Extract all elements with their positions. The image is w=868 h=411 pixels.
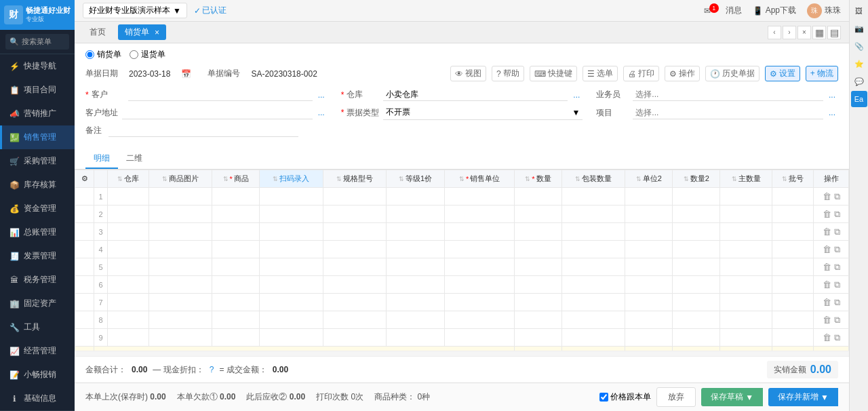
remark-input[interactable] [108,124,298,137]
select-order-button[interactable]: ☰ 选单 [583,66,618,81]
sidebar-item-tax[interactable]: 🏛 税务管理 [0,268,75,292]
col-qty2[interactable]: ⇅数量2 [673,170,720,188]
cell-product[interactable] [212,206,260,223]
col-main-qty[interactable]: ⇅主数量 [720,170,772,188]
col-scan-input[interactable]: ⇅扫码录入 [260,170,323,188]
tab-detail[interactable]: 明细 [85,149,118,169]
copy-row-btn[interactable]: ⧉ [834,262,840,273]
delete-row-btn[interactable]: 🗑 [823,227,831,237]
copy-row-btn[interactable]: ⧉ [834,297,840,308]
right-tool-image[interactable]: 🖼 [851,3,867,19]
col-product-img[interactable]: ⇅商品图片 [149,170,212,188]
copy-row-btn[interactable]: ⧉ [834,191,840,202]
col-unit2[interactable]: ⇅单位2 [625,170,673,188]
history-button[interactable]: 🕐 历史单据 [705,66,760,81]
print-button[interactable]: 🖨 打印 [623,66,659,81]
view-button[interactable]: 👁 视图 [450,66,486,81]
tab-close-icon[interactable]: × [155,28,159,37]
copy-row-btn[interactable]: ⧉ [834,315,840,326]
right-tool-comment[interactable]: 💬 [851,73,867,90]
cell-scan[interactable] [260,206,323,223]
cell-sales-unit[interactable] [445,188,515,206]
sort-icon[interactable]: ⇅ [223,176,229,182]
abandon-button[interactable]: 放弃 [656,387,696,407]
col-sales-unit[interactable]: ⇅*销售单位 [445,170,515,188]
settings-icon[interactable]: ⚙ [81,174,88,182]
sidebar-item-tools[interactable]: 🔧 工具 [0,315,75,339]
sort-icon[interactable]: ⇅ [273,176,278,182]
cell-qty[interactable] [514,188,561,206]
sidebar-item-marketing[interactable]: 📣 营销推广 [0,102,75,125]
col-pack-qty[interactable]: ⇅包装数量 [562,170,625,188]
delete-row-btn[interactable]: 🗑 [823,315,831,326]
sort-icon[interactable]: ⇅ [782,176,787,182]
sort-icon[interactable]: ⇅ [525,176,530,182]
sidebar-item-inventory[interactable]: 📦 库存核算 [0,173,75,197]
save-draft-button[interactable]: 保存草稿 ▼ [701,388,763,406]
sidebar-item-project[interactable]: 📋 项目合同 [0,78,75,102]
sidebar-item-invoice[interactable]: 🧾 发票管理 [0,244,75,268]
cell-product-img[interactable] [149,188,212,206]
cell-qty2[interactable] [673,206,720,223]
cell-main-qty[interactable] [720,188,772,206]
delete-row-btn[interactable]: 🗑 [823,332,831,343]
col-batch[interactable]: ⇅批号 [772,170,814,188]
address-input[interactable] [122,106,313,119]
cell-batch[interactable] [772,188,814,206]
tab-grid1-button[interactable]: ▦ [812,26,826,39]
sidebar-item-reports[interactable]: 📝 小畅报销 [0,363,75,387]
sort-icon[interactable]: ⇅ [162,176,167,182]
sort-icon[interactable]: ⇅ [575,176,580,182]
address-select-btn[interactable]: ... [315,107,328,118]
tab-next-button[interactable]: › [783,26,796,39]
cell-pack-qty[interactable] [562,188,625,206]
ops-button[interactable]: ⚙ 操作 [665,66,700,81]
cell-warehouse[interactable] [108,206,149,223]
sidebar-item-operation[interactable]: 📈 经营管理 [0,339,75,363]
delete-row-btn[interactable]: 🗑 [823,297,831,308]
cell-unit2[interactable] [625,188,673,206]
data-table-wrapper[interactable]: ⚙ ⇅仓库 ⇅商品图片 ⇅*商品 ⇅扫码录入 [75,170,849,351]
cell-price1[interactable] [387,188,445,206]
right-tool-active[interactable]: Ea [851,91,867,107]
sidebar-item-capital[interactable]: 💰 资金管理 [0,197,75,220]
tab-prev-button[interactable]: ‹ [768,26,781,39]
tab-close-all-button[interactable]: × [797,26,811,39]
help-circle-icon[interactable]: ? [210,365,214,374]
tab-home[interactable]: 首页 [83,24,113,41]
col-warehouse[interactable]: ⇅仓库 [108,170,149,188]
right-tool-star[interactable]: ⭐ [851,56,867,72]
sort-icon[interactable]: ⇅ [117,176,123,182]
radio-sales-order[interactable]: 销货单 [85,49,121,60]
copy-row-btn[interactable]: ⧉ [834,209,840,220]
project-input[interactable] [633,106,823,119]
sort-icon[interactable]: ⇅ [459,176,465,182]
tab-grid2-button[interactable]: ▤ [827,26,841,39]
copy-row-btn[interactable]: ⧉ [834,227,840,237]
copy-row-btn[interactable]: ⧉ [834,332,840,343]
notification-button[interactable]: ✉ 1 消息 [704,5,742,16]
calendar-icon[interactable]: 📅 [181,69,191,79]
price-checkbox-label[interactable]: 价格跟本单 [599,391,651,403]
cell-pack-qty[interactable] [562,206,625,223]
sort-icon[interactable]: ⇅ [732,176,737,182]
delete-row-btn[interactable]: 🗑 [823,279,831,290]
add-logistics-button[interactable]: + 物流 [806,66,838,81]
tab-2d[interactable]: 二维 [118,149,151,169]
cell-batch[interactable] [772,206,814,223]
col-price1[interactable]: ⇅等级1价 [387,170,445,188]
sidebar-item-fixed-assets[interactable]: 🏢 固定资产 [0,292,75,315]
cell-price1[interactable] [387,206,445,223]
cell-warehouse[interactable] [108,188,149,206]
col-qty[interactable]: ⇅*数量 [514,170,561,188]
warehouse-input[interactable] [383,88,568,101]
tab-sales-order[interactable]: 销货单 × [118,24,166,40]
cell-qty[interactable] [514,206,561,223]
col-settings[interactable]: ⚙ [75,170,94,188]
salesperson-select-btn[interactable]: ... [826,90,838,100]
sort-icon[interactable]: ⇅ [684,176,689,182]
sidebar-item-basic[interactable]: ℹ 基础信息 [0,387,75,410]
radio-sales-input[interactable] [85,50,94,59]
customer-input[interactable] [128,88,313,101]
price-checkbox[interactable] [599,393,608,402]
